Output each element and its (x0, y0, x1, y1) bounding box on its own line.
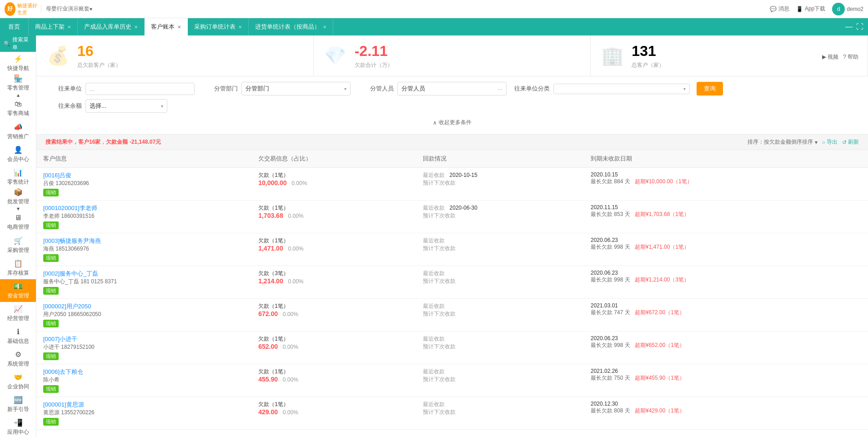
customer-name[interactable]: 吕俊 (60, 172, 71, 179)
debt-amount[interactable]: 429.00 (258, 408, 278, 416)
results-header: 搜索结果中，客户16家，欠款金额 -21,148.07元 排序：按欠款金额倒序排… (36, 135, 868, 150)
customer-code[interactable]: [000001] (43, 401, 66, 408)
search-button[interactable]: 查询 (697, 82, 723, 95)
tab-product-history-label: 产成品入库单历史 (84, 23, 131, 31)
debt-ratio: 0.00% (283, 344, 298, 350)
department-input[interactable]: 分管部门 ▾ (241, 82, 351, 95)
customer-code[interactable]: [0007] (43, 336, 60, 342)
debt-amount[interactable]: 652.00 (258, 343, 278, 350)
filter-manager: 分管人员 分管人员 ··· (357, 82, 507, 95)
customer-name[interactable]: 去下粮仓 (60, 368, 83, 375)
customer-code[interactable]: [0002] (43, 270, 60, 277)
debt-amount[interactable]: 1,703.68 (258, 212, 283, 219)
customer-code[interactable]: [000002] (43, 303, 66, 310)
tab-customer-account[interactable]: 客户账本 ✕ (145, 18, 188, 35)
debt-amount[interactable]: 455.90 (258, 376, 278, 383)
tab-products-off[interactable]: 商品上下架 ✕ (29, 18, 78, 35)
balance-select[interactable]: 选择... ▾ (85, 99, 167, 113)
video-btn[interactable]: ▶ 视频 (822, 53, 838, 61)
debt-amount[interactable]: 1,214.00 (258, 277, 283, 285)
system-label: 系统管理 (7, 360, 29, 368)
close-icon[interactable]: ✕ (238, 25, 242, 30)
manager-input[interactable]: 分管人员 ··· (397, 82, 507, 95)
main-content: 🔍 搜索菜单 ⚡ 快捷导航 🏪 零售管理 ▴ 🛍 零售商城 📣 营销推广 � (0, 35, 868, 437)
help-btn[interactable]: ? 帮助 (843, 53, 858, 61)
sort-selector[interactable]: 排序：按欠款金额倒序排序 ▾ (748, 138, 818, 146)
tab-home[interactable]: 首页 (0, 18, 29, 35)
close-icon[interactable]: ✕ (177, 25, 181, 30)
customer-name[interactable]: 服务中心_丁磊 (60, 270, 98, 277)
debt-ratio: 0.00% (283, 311, 298, 317)
customer-name[interactable]: 畅捷服务尹海燕 (60, 237, 101, 244)
export-btn[interactable]: ○ 导出 (822, 138, 838, 146)
sidebar-search[interactable]: 🔍 搜索菜单 (0, 35, 36, 52)
overdue-link[interactable]: 超期¥1,703.68（1笔） (635, 211, 689, 217)
sidebar-item-basic-info[interactable]: ℹ 基础信息 (0, 325, 36, 347)
sidebar-item-member-center[interactable]: 👤 会员中心 (0, 143, 36, 166)
customer-code[interactable]: [0006] (43, 368, 60, 375)
customer-name[interactable]: 小进干 (60, 336, 77, 342)
close-icon[interactable]: ✕ (323, 25, 326, 30)
sidebar-item-app-center[interactable]: 📲 应用中心 (0, 416, 36, 437)
tab-minimize-icon[interactable]: — (845, 23, 853, 31)
overdue-link[interactable]: 超期¥1,214.00（3笔） (635, 276, 689, 283)
debt-info-cell: 欠款（1笔） 1,471.00 0.00% (251, 233, 416, 266)
refresh-btn[interactable]: ↺ 刷新 (842, 138, 859, 146)
sidebar-item-ecommerce[interactable]: 🖥 电商管理 (0, 211, 36, 234)
debt-ratio: 0.00% (288, 246, 304, 252)
customer-name[interactable]: 黄思源 (66, 401, 84, 408)
debt-amount[interactable]: 672.00 (258, 310, 278, 317)
user-avatar-btn[interactable]: d demo2 (832, 3, 863, 15)
source-unit-input[interactable]: ... (85, 83, 195, 95)
debt-amount[interactable]: 10,000.00 (258, 179, 286, 186)
sidebar-item-retail-stats[interactable]: 📊 零售统计 (0, 166, 36, 188)
debt-ratio: 0.00% (288, 278, 304, 285)
sidebar-item-new-guide[interactable]: 🆕 新手引导 (0, 393, 36, 416)
sidebar-item-retail-mgmt[interactable]: 🏪 零售管理 ▴ (0, 75, 36, 97)
sidebar-item-system-mgmt[interactable]: ⚙ 系统管理 (0, 347, 36, 370)
tab-purchase-stats[interactable]: 进货单统计表（按商品） ✕ (249, 18, 333, 35)
sidebar-item-batch-mgmt[interactable]: 📦 批发管理 ▾ (0, 188, 36, 211)
sidebar-item-ops-mgmt[interactable]: 📈 经营管理 (0, 302, 36, 325)
overdue-link[interactable]: 超期¥455.90（1笔） (635, 375, 685, 381)
col-customer-info: 客户信息 (36, 150, 251, 168)
close-icon[interactable]: ✕ (67, 25, 71, 30)
overdue-link[interactable]: 超期¥429.00（1笔） (635, 407, 685, 414)
app-download-btn[interactable]: 📱 App下载 (796, 5, 825, 13)
overdue-days: 最长欠款 747 天 (591, 309, 633, 316)
debt-amount[interactable]: 1,471.00 (258, 245, 283, 252)
overdue-link[interactable]: 超期¥672.00（1笔） (635, 309, 685, 316)
customer-code[interactable]: [0003] (43, 237, 60, 244)
overdue-link[interactable]: 超期¥1,471.00（1笔） (635, 244, 689, 250)
sidebar-item-quick-nav[interactable]: ⚡ 快捷导航 (0, 52, 36, 75)
sidebar-item-inventory[interactable]: 📋 库存核算 (0, 256, 36, 279)
customer-code[interactable]: [0016] (43, 172, 60, 179)
tab-maximize-icon[interactable]: ⛶ (856, 23, 863, 31)
debt-info-cell: 欠款（1笔） 10,000.00 0.00% (251, 168, 416, 201)
last-payment-date (447, 270, 450, 276)
customer-name[interactable]: 用户2050 (66, 303, 91, 310)
tab-product-history[interactable]: 产成品入库单历史 ✕ (78, 18, 145, 35)
sidebar-item-marketing[interactable]: 📣 营销推广 (0, 120, 36, 143)
sidebar-item-capital-mgmt[interactable]: 💵 资金管理 (0, 279, 36, 302)
close-icon[interactable]: ✕ (134, 25, 138, 30)
customer-phone: 小进干 18279152100 (43, 343, 245, 351)
last-payment-date (447, 401, 450, 407)
tab-purchase-order[interactable]: 采购订单统计表 ✕ (188, 18, 249, 35)
sidebar-item-enterprise-collab[interactable]: 🤝 企业协同 (0, 370, 36, 393)
debt-info-cell: 欠款（1笔） 429.00 0.00% (251, 397, 416, 430)
collapse-filters-btn[interactable]: ∧ 收起更多条件 (45, 116, 859, 129)
debt-total: 欠款金额 -21,148.07元 (106, 139, 161, 145)
customer-code[interactable]: [0001020001] (43, 205, 80, 211)
customer-name[interactable]: 李老师 (80, 205, 97, 211)
message-btn[interactable]: 💬 消息 (770, 5, 789, 13)
tab-customer-account-label: 客户账本 (151, 23, 175, 31)
overdue-link[interactable]: 超期¥652.00（1笔） (635, 342, 685, 348)
store-selector[interactable]: 母婴行业演示账套 ▾ (41, 5, 97, 13)
sidebar-item-retail-shop[interactable]: 🛍 零售商城 (0, 97, 36, 120)
sidebar-item-purchase-mgmt[interactable]: 🛒 采购管理 (0, 234, 36, 256)
overdue-link[interactable]: 超期¥10,000.00（1笔） (635, 178, 692, 185)
search-label: 搜索菜单 (12, 36, 32, 51)
unit-category-input[interactable]: ▾ (553, 84, 690, 94)
last-payment-label: 最近收款 (423, 270, 445, 276)
